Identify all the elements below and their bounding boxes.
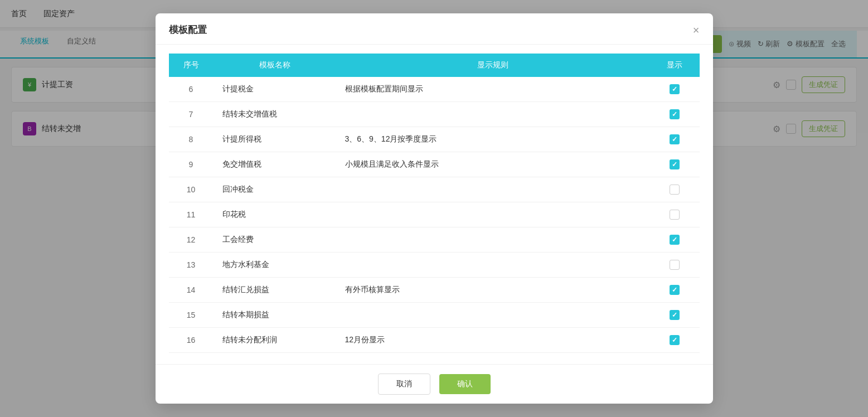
cell-no: 11 <box>169 202 214 227</box>
modal-header: 模板配置 × <box>156 13 713 45</box>
cell-checkbox <box>649 227 700 253</box>
table-row: 14结转汇兑损益有外币核算显示 <box>169 278 700 303</box>
col-header-no: 序号 <box>169 54 214 77</box>
cell-no: 8 <box>169 127 214 152</box>
cell-rule: 3、6、9、12月按季度显示 <box>336 127 649 152</box>
cell-no: 7 <box>169 102 214 127</box>
col-header-name: 模板名称 <box>214 54 336 77</box>
checkbox-checked[interactable] <box>670 84 680 94</box>
col-header-rule: 显示规则 <box>336 54 649 77</box>
cell-no: 14 <box>169 278 214 303</box>
cell-rule: 根据模板配置期间显示 <box>336 77 649 102</box>
cell-checkbox <box>649 152 700 177</box>
modal-body: 序号 模板名称 显示规则 显示 6计提税金根据模板配置期间显示7结转未交增值税8… <box>156 45 713 364</box>
cell-no: 12 <box>169 227 214 253</box>
cell-checkbox <box>649 102 700 127</box>
cell-name: 结转本期损益 <box>214 303 336 328</box>
checkbox-unchecked[interactable] <box>670 260 680 270</box>
cell-checkbox <box>649 77 700 102</box>
table-row: 12工会经费 <box>169 227 700 253</box>
checkbox-checked[interactable] <box>670 159 680 169</box>
cell-rule: 小规模且满足收入条件显示 <box>336 152 649 177</box>
cell-no: 9 <box>169 152 214 177</box>
checkbox-unchecked[interactable] <box>670 210 680 220</box>
cell-checkbox <box>649 328 700 353</box>
cell-no: 6 <box>169 77 214 102</box>
cell-name: 回冲税金 <box>214 177 336 202</box>
cell-no: 16 <box>169 328 214 353</box>
table-row: 13地方水利基金 <box>169 253 700 278</box>
cell-rule <box>336 202 649 227</box>
cell-checkbox <box>649 253 700 278</box>
cell-name: 计提所得税 <box>214 127 336 152</box>
cell-rule <box>336 177 649 202</box>
checkbox-checked[interactable] <box>670 134 680 144</box>
confirm-button[interactable]: 确认 <box>439 374 491 394</box>
table-row: 7结转未交增值税 <box>169 102 700 127</box>
cell-no: 13 <box>169 253 214 278</box>
cell-checkbox <box>649 202 700 227</box>
cell-rule <box>336 102 649 127</box>
table-header-row: 序号 模板名称 显示规则 显示 <box>169 54 700 77</box>
cell-name: 计提税金 <box>214 77 336 102</box>
table-row: 8计提所得税3、6、9、12月按季度显示 <box>169 127 700 152</box>
cell-no: 15 <box>169 303 214 328</box>
checkbox-checked[interactable] <box>670 109 680 119</box>
config-table: 序号 模板名称 显示规则 显示 6计提税金根据模板配置期间显示7结转未交增值税8… <box>169 54 700 353</box>
table-row: 9免交增值税小规模且满足收入条件显示 <box>169 152 700 177</box>
cell-rule <box>336 253 649 278</box>
cell-rule <box>336 303 649 328</box>
cell-name: 结转未交增值税 <box>214 102 336 127</box>
col-header-display: 显示 <box>649 54 700 77</box>
table-row: 15结转本期损益 <box>169 303 700 328</box>
cell-name: 工会经费 <box>214 227 336 253</box>
cell-no: 10 <box>169 177 214 202</box>
modal-close-button[interactable]: × <box>693 25 700 36</box>
table-row: 10回冲税金 <box>169 177 700 202</box>
cell-name: 结转未分配利润 <box>214 328 336 353</box>
modal-title: 模板配置 <box>169 23 207 36</box>
table-row: 11印花税 <box>169 202 700 227</box>
table-row: 6计提税金根据模板配置期间显示 <box>169 77 700 102</box>
checkbox-checked[interactable] <box>670 235 680 245</box>
cancel-button[interactable]: 取消 <box>378 374 430 395</box>
cell-checkbox <box>649 278 700 303</box>
cell-rule: 有外币核算显示 <box>336 278 649 303</box>
checkbox-unchecked[interactable] <box>670 185 680 195</box>
cell-name: 结转汇兑损益 <box>214 278 336 303</box>
cell-name: 印花税 <box>214 202 336 227</box>
cell-name: 免交增值税 <box>214 152 336 177</box>
table-row: 16结转未分配利润12月份显示 <box>169 328 700 353</box>
cell-checkbox <box>649 127 700 152</box>
modal-footer: 取消 确认 <box>156 364 713 404</box>
modal-overlay: 模板配置 × 序号 模板名称 显示规则 显示 6计提税金根据模板配置期间显示7结… <box>0 0 868 417</box>
cell-checkbox <box>649 177 700 202</box>
cell-rule: 12月份显示 <box>336 328 649 353</box>
cell-checkbox <box>649 303 700 328</box>
checkbox-checked[interactable] <box>670 335 680 345</box>
cell-rule <box>336 227 649 253</box>
checkbox-checked[interactable] <box>670 285 680 295</box>
modal-template-config: 模板配置 × 序号 模板名称 显示规则 显示 6计提税金根据模板配置期间显示7结… <box>156 13 713 404</box>
cell-name: 地方水利基金 <box>214 253 336 278</box>
checkbox-checked[interactable] <box>670 310 680 320</box>
